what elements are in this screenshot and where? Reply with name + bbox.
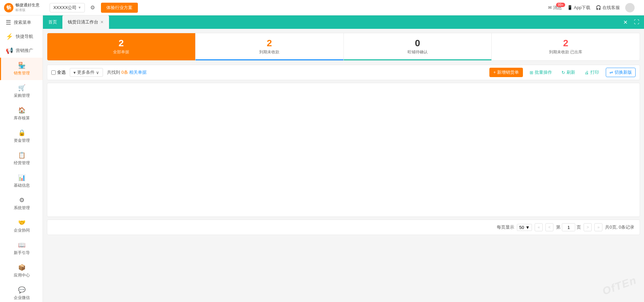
tab-home[interactable]: 首页 <box>43 15 62 29</box>
table-area <box>47 83 640 217</box>
finance-icon: 🔒 <box>18 129 25 136</box>
prev-page-icon: < <box>548 225 551 230</box>
select-arrow-icon: ▼ <box>525 225 530 230</box>
switch-new-version-button[interactable]: ⇌ 切换新版 <box>606 68 636 77</box>
header-right: ✉ 消息 99+ 📱 App下载 🎧 在线客服 <box>548 3 640 12</box>
guide-icon: 📖 <box>18 241 25 249</box>
sidebar-item-system[interactable]: ⚙ 系统管理 <box>0 192 43 215</box>
select-all-input[interactable] <box>51 70 56 75</box>
refresh-icon: ↻ <box>561 70 565 75</box>
switch-icon: ⇌ <box>609 70 613 75</box>
lightning-icon: ⚡ <box>6 33 13 40</box>
content-area: 2 全部单据 2 到期未收款 0 旺铺待确认 2 到期未收款 已出库 <box>43 29 644 302</box>
total-info: 共0页, 0条记录 <box>605 224 634 230</box>
stat-card-all[interactable]: 2 全部单据 <box>47 33 196 60</box>
pagination-bar: 每页显示 50 ▼ « < 第 页 > <box>47 220 640 235</box>
logo-icon: 畅 <box>4 3 13 12</box>
sidebar-item-app-center[interactable]: 📦 应用中心 <box>0 260 43 282</box>
stat-card-overdue[interactable]: 2 到期未收款 <box>196 33 344 60</box>
stat-number-overdue: 2 <box>204 39 335 48</box>
experience-button[interactable]: 体验行业方案 <box>101 3 138 13</box>
filter-icon: ▾ <box>73 70 76 75</box>
print-button[interactable]: 🖨 打印 <box>582 68 602 77</box>
page-number-input[interactable] <box>562 223 575 231</box>
stat-card-overdue-out[interactable]: 2 到期未收款 已出库 <box>492 33 640 60</box>
stat-number-wangpu: 0 <box>352 39 484 48</box>
last-page-button[interactable]: » <box>594 223 602 231</box>
batch-icon: ⊞ <box>530 70 533 75</box>
stat-card-wangpu[interactable]: 0 旺铺待确认 <box>344 33 492 60</box>
logo-name: 畅捷通好生意 <box>15 3 40 8</box>
company-selector[interactable]: XXXXX公司 ▼ <box>50 3 85 12</box>
sidebar-item-marketing[interactable]: 📢 营销推广 <box>0 44 43 58</box>
expand-icon: ⛶ <box>634 19 639 25</box>
tab-cashwork[interactable]: 钱货日清工作台 ✕ <box>62 15 109 29</box>
next-page-button[interactable]: > <box>584 223 592 231</box>
menu-icon: ☰ <box>6 19 11 26</box>
purchase-icon: 🛒 <box>18 84 25 92</box>
print-icon: 🖨 <box>585 70 589 75</box>
logo-area: 畅 畅捷通好生意 标准版 <box>4 3 47 13</box>
message-button[interactable]: ✉ 消息 99+ <box>548 5 562 11</box>
message-icon: ✉ <box>548 5 552 10</box>
avatar[interactable] <box>625 3 635 12</box>
refresh-button[interactable]: ↻ 刷新 <box>559 68 578 77</box>
settings-button[interactable]: ⚙ <box>88 3 98 13</box>
app-layout: ☰ 搜索菜单 ⚡ 快捷导航 📢 营销推广 🏪 销售管理 🛒 采购管理 🏠 库存核… <box>0 0 644 302</box>
stats-row: 2 全部单据 2 到期未收款 0 旺铺待确认 2 到期未收款 已出库 <box>47 33 640 61</box>
sidebar-item-inventory[interactable]: 🏠 库存核算 <box>0 103 43 125</box>
filter-button[interactable]: ▾ 更多条件 ∨ <box>70 68 103 77</box>
system-icon: ⚙ <box>19 196 24 204</box>
stat-number-all: 2 <box>55 39 187 48</box>
sidebar-item-guide[interactable]: 📖 新手引导 <box>0 237 43 260</box>
sidebar-item-quick-nav[interactable]: ⚡ 快捷导航 <box>0 29 43 44</box>
next-page-icon: > <box>587 225 589 230</box>
wechat-icon: 💬 <box>18 286 25 294</box>
sidebar: ☰ 搜索菜单 ⚡ 快捷导航 📢 营销推广 🏪 销售管理 🛒 采购管理 🏠 库存核… <box>0 15 43 302</box>
sidebar-item-basic-info[interactable]: 📊 基础信息 <box>0 170 43 192</box>
headset-icon: 🎧 <box>596 5 601 10</box>
per-page-select[interactable]: 50 ▼ <box>517 224 532 231</box>
online-service-button[interactable]: 🎧 在线客服 <box>596 5 620 11</box>
tab-close-all-button[interactable]: ✕ <box>621 17 630 27</box>
stat-number-overdue-out: 2 <box>500 39 632 48</box>
sidebar-item-cooperation[interactable]: 🤝 企业协同 <box>0 215 43 237</box>
tab-expand-button[interactable]: ⛶ <box>632 17 641 27</box>
found-count: 0条 <box>121 70 128 75</box>
sales-icon: 🏪 <box>18 62 25 69</box>
company-dropdown-icon: ▼ <box>78 6 81 9</box>
tab-bar-actions: ✕ ⛶ <box>621 17 644 27</box>
batch-operation-button[interactable]: ⊞ 批量操作 <box>527 68 555 77</box>
last-page-icon: » <box>597 225 600 230</box>
page-info: 第 页 <box>556 223 581 231</box>
select-all-checkbox[interactable]: 全选 <box>51 69 66 75</box>
tab-bar: 首页 钱货日清工作台 ✕ ✕ ⛶ <box>43 15 644 29</box>
tab-close-icon[interactable]: ✕ <box>100 20 104 24</box>
first-page-button[interactable]: « <box>535 223 543 231</box>
stat-label-overdue-out: 到期未收款 已出库 <box>500 49 632 55</box>
settings-icon: ⚙ <box>90 4 95 11</box>
per-page-label: 每页显示 <box>497 224 514 230</box>
toolbar-left: 全选 ▾ 更多条件 ∨ 共找到 0条 相关单据 <box>51 68 485 77</box>
sidebar-item-operations[interactable]: 📋 经营管理 <box>0 147 43 170</box>
phone-icon: 📱 <box>567 5 573 10</box>
add-sales-button[interactable]: + 新增销货单 <box>489 68 523 77</box>
app-download-button[interactable]: 📱 App下载 <box>567 5 590 11</box>
sidebar-item-search-menu[interactable]: ☰ 搜索菜单 <box>0 15 43 29</box>
sidebar-item-finance[interactable]: 🔒 资金管理 <box>0 125 43 147</box>
sidebar-item-purchase[interactable]: 🛒 采购管理 <box>0 80 43 103</box>
sidebar-item-sales[interactable]: 🏪 销售管理 <box>0 58 43 80</box>
inventory-icon: 🏠 <box>18 107 25 114</box>
stat-underline-overdue <box>196 59 343 60</box>
prev-page-button[interactable]: < <box>545 223 553 231</box>
app-center-icon: 📦 <box>18 264 25 271</box>
top-header: 畅 畅捷通好生意 标准版 XXXXX公司 ▼ ⚙ 体验行业方案 ✉ 消息 99+… <box>0 0 644 15</box>
marketing-icon: 📢 <box>6 47 13 54</box>
message-badge: 99+ <box>556 3 565 7</box>
found-text: 共找到 0条 相关单据 <box>107 69 147 75</box>
sidebar-item-wechat[interactable]: 💬 企业微信 <box>0 282 43 302</box>
basic-info-icon: 📊 <box>18 174 25 181</box>
company-name: XXXXX公司 <box>53 5 76 11</box>
logo-sub: 标准版 <box>15 8 40 12</box>
stat-label-all: 全部单据 <box>55 49 187 55</box>
